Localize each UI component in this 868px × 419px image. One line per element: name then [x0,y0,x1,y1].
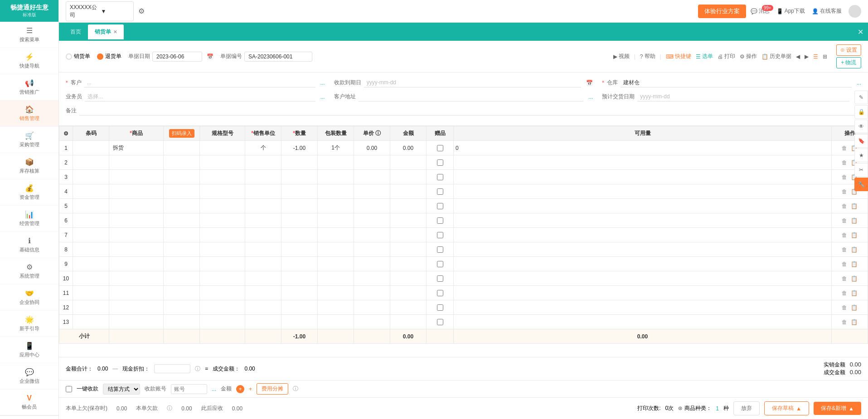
company-dropdown-icon[interactable]: ▼ [101,8,130,14]
barcode-input-7[interactable] [75,246,107,253]
notification-area[interactable]: 💬 消息 99+ [751,7,770,15]
copy-icon-10[interactable]: 📋 [851,290,858,296]
gift-checkbox-10[interactable] [437,290,443,296]
delete-icon-10[interactable]: 🗑 [842,290,847,296]
cell-actions-9[interactable]: 🗑 📋 [832,271,868,286]
cell-gift-1[interactable] [427,155,454,170]
float-btn-5[interactable]: ★ [854,149,868,162]
sidebar-item-purchase[interactable]: 🛒 采购管理 [0,127,58,153]
cell-actions-8[interactable]: 🗑 📋 [832,257,868,271]
delete-icon-1[interactable]: 🗑 [842,159,847,166]
salesperson-input[interactable] [85,92,315,101]
barcode-input-9[interactable] [75,275,107,282]
copy-icon-5[interactable]: 📋 [851,217,858,224]
settings-gear-icon[interactable]: ⚙ [138,7,145,15]
sidebar-item-guide[interactable]: 🌟 新手引导 [0,311,58,337]
float-btn-2[interactable]: 🔒 [854,105,868,119]
delete-icon-12[interactable]: 🗑 [842,319,847,325]
copy-icon-12[interactable]: 📋 [851,319,858,325]
cell-gift-5[interactable] [427,213,454,228]
cell-barcode-0[interactable] [73,141,109,155]
barcode-input-8[interactable] [75,261,107,267]
tab-close-all[interactable]: ✕ [858,28,863,36]
radio-sales-order[interactable]: 销货单 [66,53,90,60]
sidebar-item-wechat[interactable]: 💬 企业微信 [0,363,58,390]
sidebar-item-app-center[interactable]: 📱 应用中心 [0,337,58,363]
sidebar-item-sales[interactable]: 🏠 销售管理 [0,101,58,127]
cell-barcode-10[interactable] [73,286,109,300]
payment-dots[interactable]: ... [212,386,216,392]
tab-sales-order[interactable]: 销货单 ✕ [88,24,124,39]
sidebar-item-basic-info[interactable]: ℹ 基础信息 [0,232,58,258]
cell-gift-2[interactable] [427,170,454,184]
avatar[interactable] [849,5,861,18]
salesperson-more-icon[interactable]: ... [320,94,325,100]
cell-barcode-9[interactable] [73,271,109,286]
gift-checkbox-2[interactable] [437,174,443,180]
cell-barcode-5[interactable] [73,213,109,228]
cell-gift-4[interactable] [427,199,454,213]
sidebar-item-member[interactable]: V 畅会员 [0,390,58,415]
cell-barcode-1[interactable] [73,155,109,170]
delete-icon-11[interactable]: 🗑 [842,304,847,311]
logistics-btn[interactable]: + 物流 [836,57,861,68]
copy-icon-8[interactable]: 📋 [851,261,858,267]
gift-checkbox-7[interactable] [437,246,443,253]
barcode-input-6[interactable] [75,232,107,238]
cell-gift-6[interactable] [427,228,454,242]
gift-checkbox-6[interactable] [437,232,443,238]
delivery-date-input[interactable] [637,92,849,101]
cell-gift-12[interactable] [427,315,454,329]
copy-icon-11[interactable]: 📋 [851,304,858,311]
gift-checkbox-4[interactable] [437,203,443,209]
grid-view-icon[interactable]: ⊞ [823,53,827,60]
calendar-icon[interactable]: 📅 [207,53,213,60]
tab-close-icon[interactable]: ✕ [113,29,117,34]
th-gear[interactable]: ⚙ [59,126,73,141]
cell-actions-11[interactable]: 🗑 📋 [832,300,868,315]
tab-home[interactable]: 首页 [63,24,88,39]
barcode-input-3[interactable] [75,188,107,195]
scan-btn[interactable]: 扫码录入 [169,129,194,138]
sidebar-item-system[interactable]: ⚙ 系统管理 [0,258,58,284]
add-payment-btn[interactable]: + [236,385,244,393]
expense-help-icon[interactable]: ⓘ [293,385,298,393]
gift-checkbox-12[interactable] [437,319,443,325]
delete-icon-9[interactable]: 🗑 [842,275,847,282]
sidebar-item-quick-nav[interactable]: ⚡ 快捷导航 [0,48,58,74]
barcode-input-4[interactable] [75,203,107,209]
customer-input[interactable] [84,78,315,87]
warehouse-input[interactable] [621,78,852,87]
select-btn[interactable]: ☰ 选单 [696,53,713,60]
address-more-icon[interactable]: ... [588,94,593,100]
cell-actions-6[interactable]: 🗑 📋 [832,228,868,242]
cell-barcode-6[interactable] [73,228,109,242]
order-number-input[interactable] [244,52,312,62]
gift-checkbox-0[interactable] [437,145,443,151]
cell-barcode-3[interactable] [73,184,109,199]
cash-discount-input[interactable] [154,364,190,373]
radio-return-order[interactable]: 退货单 [97,53,121,60]
history-btn[interactable]: 📋 历史单据 [761,53,791,60]
sidebar-item-finance[interactable]: 💰 资金管理 [0,179,58,206]
cell-gift-9[interactable] [427,271,454,286]
delete-icon-6[interactable]: 🗑 [842,232,847,238]
copy-icon-7[interactable]: 📋 [851,246,858,253]
online-support-area[interactable]: 👤 在线客服 [812,7,842,15]
save-new-btn[interactable]: 保存&新增 ▲ [814,402,861,415]
copy-icon-9[interactable]: 📋 [851,275,858,282]
print-btn[interactable]: 🖨 打印 [718,53,735,60]
payment-calendar-icon[interactable]: 📅 [586,80,593,86]
customer-address-input[interactable] [359,92,584,101]
remark-input[interactable] [79,106,861,116]
barcode-input-2[interactable] [75,174,107,180]
float-btn-1[interactable]: ✎ [854,91,868,104]
nav-right-icon[interactable]: ▶ [805,53,809,60]
gift-checkbox-8[interactable] [437,261,443,267]
barcode-input-0[interactable] [75,145,107,151]
warehouse-more-icon[interactable]: ... [857,80,861,86]
payment-date-input[interactable] [364,78,582,87]
gift-checkbox-5[interactable] [437,217,443,224]
cell-actions-10[interactable]: 🗑 📋 [832,286,868,300]
cell-actions-5[interactable]: 🗑 📋 [832,213,868,228]
